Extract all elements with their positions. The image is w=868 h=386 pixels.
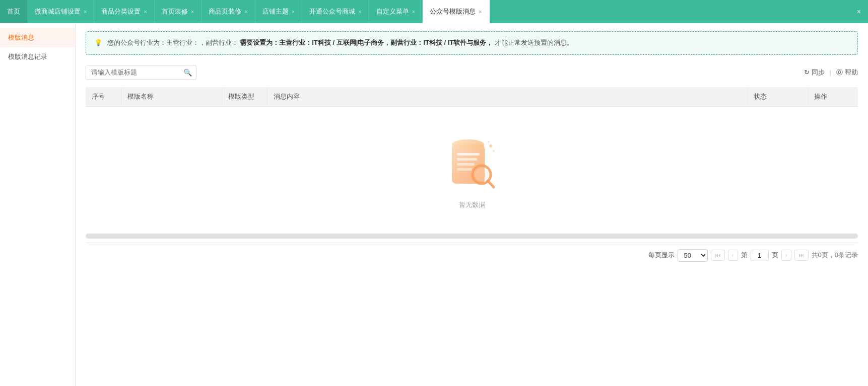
- svg-point-11: [488, 141, 489, 142]
- page-unit: 页: [772, 251, 778, 260]
- top-nav-bar: 首页 微商城店铺设置 × 商品分类设置 × 首页装修 × 商品页装修 × 店铺主…: [0, 0, 868, 23]
- page-label: 第: [741, 251, 748, 260]
- sync-button[interactable]: ↻ 同步: [804, 68, 825, 77]
- sidebar: 模版消息 模版消息记录: [0, 23, 76, 386]
- col-header-status: 状态: [747, 87, 808, 107]
- nav-item-category[interactable]: 商品分类设置 ×: [94, 0, 154, 23]
- col-header-content: 消息内容: [267, 87, 747, 107]
- svg-rect-2: [457, 153, 480, 156]
- close-icon-open-mall[interactable]: ×: [358, 9, 361, 15]
- nav-item-home[interactable]: 首页: [0, 0, 28, 23]
- close-icon-custom-menu[interactable]: ×: [412, 9, 415, 15]
- help-button[interactable]: ⓪ 帮助: [836, 68, 858, 77]
- close-icon-template-msg[interactable]: ×: [479, 9, 482, 15]
- page-size-label: 每页显示: [648, 251, 675, 260]
- nav-label-template-msg: 公众号模版消息: [430, 7, 476, 16]
- search-button[interactable]: 🔍: [179, 65, 196, 80]
- main-layout: 模版消息 模版消息记录 💡 您的公众号行业为：主营行业：，副营行业： 需要设置为…: [0, 23, 868, 386]
- sidebar-item-template-msg[interactable]: 模版消息: [0, 28, 75, 47]
- empty-text: 暂无数据: [86, 200, 858, 209]
- last-page-button[interactable]: ⏭: [794, 250, 809, 261]
- nav-item-shop-theme[interactable]: 店铺主题 ×: [255, 0, 302, 23]
- col-header-type: 模版类型: [222, 87, 267, 107]
- alert-suffix: 才能正常发送预置的消息。: [495, 39, 573, 46]
- first-page-button[interactable]: ⏮: [711, 250, 725, 261]
- nav-label-home-decor: 首页装修: [162, 7, 188, 16]
- nav-close-all-button[interactable]: ×: [850, 8, 868, 16]
- page-total: 共0页，0条记录: [812, 251, 858, 260]
- nav-label-home: 首页: [7, 7, 20, 16]
- nav-label-category: 商品分类设置: [101, 7, 141, 16]
- search-input-wrap: 🔍: [86, 65, 196, 80]
- help-icon: ⓪: [836, 68, 843, 77]
- sync-icon: ↻: [804, 68, 810, 76]
- pagination-bar: 每页显示 50 10 20 100 ⏮ ‹ 第 页 › ⏭ 共0页，0条记录: [86, 243, 858, 264]
- alert-highlight: 需要设置为：主营行业：IT科技 / 互联网|电子商务，副营行业：IT科技 / I…: [240, 39, 493, 46]
- empty-icon: [444, 137, 500, 192]
- help-label: 帮助: [845, 68, 858, 77]
- svg-point-10: [493, 150, 495, 152]
- svg-line-8: [488, 181, 494, 187]
- page-size-select[interactable]: 50 10 20 100: [678, 249, 708, 262]
- nav-item-product-decor[interactable]: 商品页装修 ×: [202, 0, 255, 23]
- svg-rect-3: [457, 158, 477, 161]
- alert-box: 💡 您的公众号行业为：主营行业：，副营行业： 需要设置为：主营行业：IT科技 /…: [86, 31, 858, 55]
- close-icon-wshop[interactable]: ×: [84, 9, 87, 15]
- close-icon-category[interactable]: ×: [144, 9, 147, 15]
- sidebar-label-template-msg: 模版消息: [8, 34, 34, 41]
- prev-page-button[interactable]: ‹: [728, 250, 738, 261]
- svg-rect-4: [457, 163, 475, 166]
- close-icon-shop-theme[interactable]: ×: [292, 9, 295, 15]
- alert-prefix: 您的公众号行业为：主营行业：，副营行业：: [107, 39, 238, 46]
- main-content: 💡 您的公众号行业为：主营行业：，副营行业： 需要设置为：主营行业：IT科技 /…: [76, 23, 868, 386]
- empty-state: 暂无数据: [86, 107, 858, 229]
- page-number-input[interactable]: [751, 250, 769, 261]
- col-header-index: 序号: [86, 87, 121, 107]
- svg-point-1: [452, 139, 484, 149]
- svg-point-7: [475, 168, 488, 181]
- nav-label-custom-menu: 自定义菜单: [376, 7, 409, 16]
- nav-item-open-mall[interactable]: 开通公众号商城 ×: [302, 0, 369, 23]
- toolbar-right: ↻ 同步 | ⓪ 帮助: [804, 68, 858, 77]
- close-icon-product-decor[interactable]: ×: [244, 9, 247, 15]
- search-input[interactable]: [86, 65, 179, 79]
- bulb-icon: 💡: [94, 39, 102, 46]
- nav-label-shop-theme: 店铺主题: [262, 7, 289, 16]
- col-header-name: 模版名称: [121, 87, 222, 107]
- close-icon-home-decor[interactable]: ×: [191, 9, 194, 15]
- sidebar-label-template-record: 模版消息记录: [8, 53, 47, 60]
- nav-item-template-msg[interactable]: 公众号模版消息 ×: [423, 0, 489, 23]
- nav-label-open-mall: 开通公众号商城: [309, 7, 355, 16]
- next-page-button[interactable]: ›: [781, 250, 791, 261]
- table-header-row: 序号 模版名称 模版类型 消息内容 状态 操作: [86, 87, 858, 107]
- svg-point-9: [489, 144, 492, 147]
- toolbar-divider: |: [830, 68, 831, 76]
- nav-label-wshop: 微商城店铺设置: [35, 7, 81, 16]
- col-header-action: 操作: [808, 87, 858, 107]
- svg-rect-5: [457, 168, 472, 171]
- data-table: 序号 模版名称 模版类型 消息内容 状态 操作: [86, 87, 858, 229]
- nav-label-product-decor: 商品页装修: [209, 7, 241, 16]
- nav-item-wshop[interactable]: 微商城店铺设置 ×: [28, 0, 94, 23]
- search-bar: 🔍 ↻ 同步 | ⓪ 帮助: [86, 65, 858, 80]
- sync-label: 同步: [812, 68, 825, 77]
- nav-item-home-decor[interactable]: 首页装修 ×: [155, 0, 202, 23]
- sidebar-item-template-record[interactable]: 模版消息记录: [0, 47, 75, 66]
- table-scrollbar[interactable]: [86, 234, 858, 239]
- nav-item-custom-menu[interactable]: 自定义菜单 ×: [369, 0, 423, 23]
